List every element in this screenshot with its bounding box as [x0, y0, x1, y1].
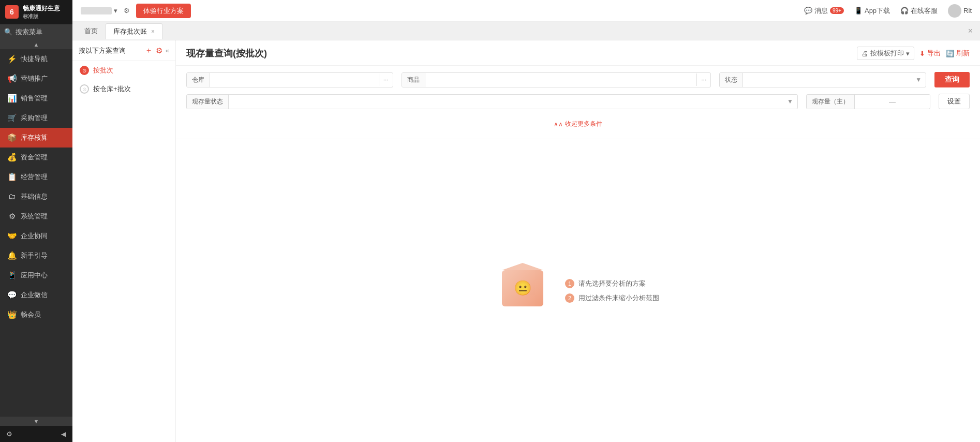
messages-button[interactable]: 💬 消息 99+ — [804, 6, 844, 16]
plan-item-by-warehouse-batch[interactable]: ⊙ 按仓库+批次 — [72, 80, 175, 98]
collapse-filter-button[interactable]: ∧∧ 收起更多条件 — [186, 115, 970, 132]
plan-by-batch-label: 按批次 — [93, 66, 113, 75]
app-logo: 6 — [5, 5, 19, 19]
sidebar-item-member[interactable]: 👑 畅会员 — [0, 305, 72, 325]
sidebar-item-label: 应用中心 — [21, 271, 48, 280]
sidebar-item-label: 营销推广 — [21, 74, 48, 83]
topbar-settings-icon[interactable]: ⚙ — [124, 7, 130, 14]
print-icon: 🖨 — [862, 50, 868, 57]
export-button[interactable]: ⬇ 导出 — [919, 49, 941, 58]
sidebar-item-enterprise[interactable]: 🤝 企业协同 — [0, 226, 72, 246]
plan-inactive-icon: ⊙ — [80, 84, 89, 94]
status-input[interactable] — [743, 73, 911, 86]
quantity-min-input[interactable] — [855, 95, 886, 108]
sidebar-collapse-icon[interactable]: ◀ — [61, 430, 66, 438]
messages-badge: 99+ — [830, 7, 844, 14]
left-panel-header: 按以下方案查询 ＋ ⚙ « — [72, 40, 175, 61]
product-more-icon[interactable]: ··· — [696, 73, 710, 86]
settings-button[interactable]: 设置 — [939, 94, 970, 109]
empty-state-icon: 😐 — [497, 265, 548, 317]
warehouse-filter: 仓库 ··· — [186, 72, 393, 87]
sidebar-item-quick-nav[interactable]: ⚡ 快捷导航 — [0, 49, 72, 69]
plan-settings-icon[interactable]: ⚙ — [156, 46, 162, 55]
sidebar-item-label: 快捷导航 — [21, 54, 48, 64]
content: 按以下方案查询 ＋ ⚙ « ⊙ 按批次 ⊙ 按仓库+批次 现存量查询(按批次) — [72, 40, 980, 442]
page-title-bar: 现存量查询(按批次) 🖨 按模板打印 ▾ ⬇ 导出 🔄 刷新 — [176, 40, 980, 66]
user-profile-button[interactable]: Rit — [948, 4, 972, 18]
online-service-label: 在线客服 — [911, 6, 938, 16]
sidebar-scroll-down[interactable]: ▼ — [0, 417, 72, 426]
tab-inventory-batch[interactable]: 库存批次账 × — [106, 23, 162, 39]
tab-home[interactable]: 首页 — [77, 23, 106, 39]
topbar-dropdown[interactable]: ▾ — [81, 7, 117, 14]
quantity-max-input[interactable] — [899, 95, 930, 108]
left-panel: 按以下方案查询 ＋ ⚙ « ⊙ 按批次 ⊙ 按仓库+批次 — [72, 40, 176, 442]
tab-inventory-batch-label: 库存批次账 — [113, 27, 147, 36]
basic-icon: 🗂 — [7, 192, 17, 201]
messages-label: 消息 — [814, 6, 828, 16]
warehouse-label: 仓库 — [187, 73, 210, 87]
hint-text-1: 请先选择要分析的方案 — [578, 279, 646, 288]
marketing-icon: 📢 — [7, 74, 17, 83]
empty-hints: 1 请先选择要分析的方案 2 用过滤条件来缩小分析范围 — [565, 279, 659, 303]
sidebar-item-newbie[interactable]: 🔔 新手引导 — [0, 246, 72, 266]
sidebar-scroll-up[interactable]: ▲ — [0, 40, 72, 49]
warehouse-more-icon[interactable]: ··· — [379, 73, 393, 86]
search-menu[interactable]: 🔍 搜索菜单 — [0, 24, 72, 40]
stock-status-input[interactable] — [229, 95, 783, 108]
tabbar-close-button[interactable]: × — [965, 26, 976, 36]
print-dropdown-icon[interactable]: ▾ — [906, 50, 910, 57]
sidebar-item-label: 基础信息 — [21, 192, 48, 201]
stock-status-dropdown-icon[interactable]: ▼ — [783, 95, 797, 108]
sidebar-item-marketing[interactable]: 📢 营销推广 — [0, 69, 72, 89]
collapse-panel-icon[interactable]: « — [166, 47, 169, 54]
refresh-button[interactable]: 🔄 刷新 — [946, 49, 970, 58]
sidebar-item-finance[interactable]: 💰 资金管理 — [0, 148, 72, 167]
sidebar-item-label: 资金管理 — [21, 153, 48, 162]
tab-close-icon[interactable]: × — [151, 28, 155, 35]
sidebar-item-basic[interactable]: 🗂 基础信息 — [0, 187, 72, 207]
warehouse-input[interactable] — [210, 73, 379, 86]
purchase-icon: 🛒 — [7, 113, 17, 123]
operation-icon: 📋 — [7, 172, 17, 182]
sidebar-item-app-center[interactable]: 📱 应用中心 — [0, 266, 72, 285]
query-button[interactable]: 查询 — [934, 72, 970, 87]
plan-by-warehouse-batch-label: 按仓库+批次 — [93, 84, 131, 94]
sidebar-item-enterprise-wechat[interactable]: 💬 企业微信 — [0, 285, 72, 305]
industry-solution-button[interactable]: 体验行业方案 — [136, 4, 191, 18]
refresh-label: 刷新 — [956, 49, 970, 58]
sidebar-item-label: 库存核算 — [21, 133, 48, 142]
sidebar-nav: ⚡ 快捷导航 📢 营销推广 📊 销售管理 🛒 采购管理 📦 库存核算 💰 资金管… — [0, 49, 72, 417]
sidebar-item-sales[interactable]: 📊 销售管理 — [0, 89, 72, 108]
print-label: 按模板打印 — [870, 49, 904, 58]
export-label: 导出 — [927, 49, 941, 58]
sidebar-item-label: 经营管理 — [21, 172, 48, 182]
sidebar-header: 6 畅康通好生意 标准版 — [0, 0, 72, 24]
stock-status-label: 现存量状态 — [187, 95, 229, 109]
print-button[interactable]: 🖨 按模板打印 ▾ — [857, 47, 914, 60]
hint-text-2: 用过滤条件来缩小分析范围 — [578, 293, 659, 303]
sales-icon: 📊 — [7, 94, 17, 103]
plan-item-by-batch[interactable]: ⊙ 按批次 — [72, 61, 175, 80]
sidebar-item-label: 采购管理 — [21, 113, 48, 123]
status-dropdown-icon[interactable]: ▼ — [911, 73, 926, 86]
app-download-button[interactable]: 📱 App下载 — [854, 6, 890, 16]
sidebar-item-purchase[interactable]: 🛒 采购管理 — [0, 108, 72, 128]
topbar-left: ▾ ⚙ 体验行业方案 — [81, 4, 191, 18]
newbie-icon: 🔔 — [7, 251, 17, 260]
product-input[interactable] — [425, 73, 697, 86]
sidebar-item-system[interactable]: ⚙ 系统管理 — [0, 207, 72, 226]
online-service-button[interactable]: 🎧 在线客服 — [900, 6, 938, 16]
add-plan-icon[interactable]: ＋ — [145, 46, 153, 55]
chevron-down-icon: ▾ — [114, 7, 117, 14]
filter-area: 仓库 ··· 商品 ··· 状态 ▼ 查询 — [176, 66, 980, 139]
topbar: ▾ ⚙ 体验行业方案 💬 消息 99+ 📱 App下载 🎧 在线客服 Rit — [72, 0, 980, 22]
avatar — [948, 4, 961, 18]
sidebar-settings-icon[interactable]: ⚙ — [6, 430, 12, 438]
tab-home-label: 首页 — [84, 26, 98, 36]
sidebar-item-operation[interactable]: 📋 经营管理 — [0, 167, 72, 187]
sidebar: 6 畅康通好生意 标准版 🔍 搜索菜单 ▲ ⚡ 快捷导航 📢 营销推广 📊 销售… — [0, 0, 72, 442]
sidebar-item-inventory[interactable]: 📦 库存核算 — [0, 128, 72, 148]
inventory-icon: 📦 — [7, 133, 17, 142]
sidebar-item-label: 销售管理 — [21, 94, 48, 103]
